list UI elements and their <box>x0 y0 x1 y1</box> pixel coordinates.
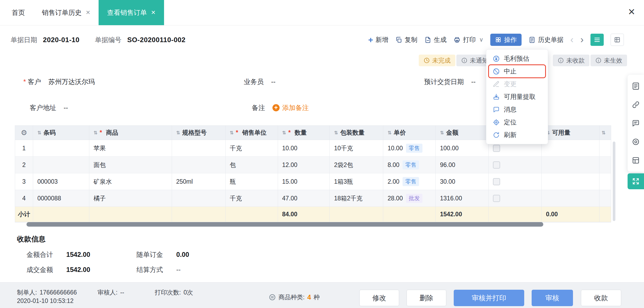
menu-item-available-extract[interactable]: 可用量提取 <box>486 90 548 103</box>
header-amount[interactable]: ⇅金额 <box>436 126 489 140</box>
form-detail-button[interactable] <box>631 82 640 91</box>
cell-qty: 15.00 <box>278 173 330 190</box>
menu-item-label: 定位 <box>504 118 517 126</box>
menu-item-label: 毛利预估 <box>504 54 529 63</box>
close-tab-icon[interactable]: × <box>151 9 155 16</box>
history-documents-button[interactable]: 历史单据 <box>528 36 563 44</box>
settlement-value: -- <box>176 266 181 274</box>
subtotal-empty <box>226 207 278 222</box>
header-qty[interactable]: ⇅*数量 <box>278 126 330 140</box>
receive-payment-button[interactable]: 收款 <box>581 290 621 306</box>
card-view-toggle[interactable] <box>611 34 624 46</box>
sort-icon[interactable]: ⇅ <box>440 130 444 136</box>
tab-home[interactable]: 首页 <box>3 0 33 25</box>
document-info: 单据日期 2020-01-10 单据编号 SO-20200110-002 <box>11 31 201 49</box>
sort-icon[interactable]: ⇅ <box>334 130 338 136</box>
tab-view-sales-order[interactable]: 查看销售订单 × <box>99 0 164 25</box>
row-checkbox[interactable] <box>493 178 500 185</box>
sort-icon[interactable]: ⇅ <box>387 130 391 136</box>
add-remark-button[interactable]: + 添加备注 <box>272 103 309 112</box>
required-mark: * <box>288 129 291 136</box>
status-badge-unpaid: 未收款 <box>553 55 589 66</box>
price-value: 28.00 <box>387 195 403 202</box>
history-label: 历史单据 <box>538 36 563 44</box>
trace-button[interactable] <box>631 137 640 146</box>
sort-icon[interactable]: ⇅ <box>282 130 286 136</box>
cell-qty: 47.00 <box>278 190 330 207</box>
comments-button[interactable] <box>631 119 640 128</box>
row-checkbox[interactable] <box>493 195 500 202</box>
customer-address-value: -- <box>64 104 68 112</box>
review-and-print-button[interactable]: 审核并打印 <box>454 290 524 306</box>
copy-button[interactable]: 复制 <box>395 36 417 44</box>
reviewer-value: -- <box>120 289 124 296</box>
header-price[interactable]: ⇅单价 <box>383 126 436 140</box>
header-label: 数量 <box>295 129 307 137</box>
add-button[interactable]: + 新增 <box>368 36 388 44</box>
close-tab-icon[interactable]: × <box>86 9 90 16</box>
list-view-toggle[interactable] <box>590 34 604 46</box>
required-mark: * <box>100 129 102 136</box>
cell-barcode <box>33 140 89 157</box>
tab-sales-order-history[interactable]: 销售订单历史 × <box>33 0 99 25</box>
profit-icon <box>493 55 500 62</box>
row-checkbox[interactable] <box>493 161 500 169</box>
cell-gift <box>489 190 542 207</box>
status-badge-not-effective: 未生效 <box>590 55 627 66</box>
customer-label: 客户 <box>28 77 41 86</box>
cell-barcode <box>33 157 89 173</box>
cell-more <box>599 157 611 173</box>
expand-panel-button[interactable] <box>628 173 644 189</box>
print-count-info: 打印次数: 0次 <box>155 288 193 297</box>
badge-label: 未收款 <box>566 56 585 65</box>
sort-icon[interactable]: ⇅ <box>176 130 180 136</box>
cell-amount: 96.00 <box>436 157 489 173</box>
header-barcode[interactable]: ⇅条码 <box>33 126 89 140</box>
header-more[interactable]: ⇅ <box>599 126 611 140</box>
menu-item-label: 刷新 <box>504 131 517 139</box>
generate-button[interactable]: 生成 <box>424 36 447 44</box>
cell-row-number: 4 <box>15 190 33 207</box>
next-document-button[interactable]: › <box>580 35 584 45</box>
gear-icon[interactable]: ⚙ <box>21 129 27 137</box>
column-settings[interactable]: ⚙ <box>15 126 33 140</box>
delete-button[interactable]: 删除 <box>407 290 446 306</box>
print-button[interactable]: 打印 ∨ <box>453 36 483 44</box>
subtotal-available: 0.00 <box>542 207 599 222</box>
sort-icon[interactable]: ⇅ <box>602 130 606 136</box>
menu-item-abort[interactable]: 中止 <box>486 65 548 78</box>
row-checkbox[interactable] <box>493 145 500 152</box>
close-icon[interactable]: × <box>628 6 635 17</box>
review-button[interactable]: 审核 <box>532 290 573 306</box>
vertical-scrollbar-thumb[interactable] <box>613 142 615 221</box>
header-spec[interactable]: ⇅规格型号 <box>172 126 226 140</box>
modify-button[interactable]: 修改 <box>359 290 399 306</box>
sheet-button[interactable] <box>631 156 640 165</box>
sort-icon[interactable]: ⇅ <box>94 130 98 136</box>
sort-icon[interactable]: ⇅ <box>230 130 234 136</box>
related-links-button[interactable] <box>631 100 640 109</box>
header-pkg[interactable]: ⇅包装数量 <box>330 126 383 140</box>
menu-item-message[interactable]: 消息 <box>486 103 548 116</box>
menu-item-label: 变更 <box>504 80 517 88</box>
cell-gift <box>489 157 542 173</box>
menu-item-label: 中止 <box>504 67 517 76</box>
header-product[interactable]: ⇅*商品 <box>89 126 172 140</box>
sales-order-window: 首页 销售订单历史 × 查看销售订单 × × 单据日期 2020-01-10 单… <box>0 0 644 308</box>
sort-icon[interactable]: ⇅ <box>37 130 41 136</box>
badge-label: 未完成 <box>432 56 451 65</box>
info-icon <box>558 57 564 64</box>
status-badge-incomplete: 未完成 <box>419 55 455 66</box>
menu-item-profit-estimate[interactable]: 毛利预估 <box>486 52 548 65</box>
prev-document-button[interactable]: ‹ <box>570 35 574 45</box>
header-available[interactable]: ⇅可用量 <box>542 126 599 140</box>
operate-button[interactable]: 操作 <box>490 34 522 46</box>
horizontal-scrollbar-thumb[interactable] <box>27 222 543 227</box>
subtotal-label: 小计 <box>15 207 33 222</box>
target-icon <box>632 138 640 146</box>
header-unit[interactable]: ⇅*销售单位 <box>226 126 278 140</box>
menu-item-refresh[interactable]: 刷新 <box>486 129 548 141</box>
menu-item-change[interactable]: 变更 <box>486 78 548 90</box>
chevron-down-icon[interactable]: ∨ <box>479 36 483 43</box>
menu-item-locate[interactable]: 定位 <box>486 116 548 129</box>
